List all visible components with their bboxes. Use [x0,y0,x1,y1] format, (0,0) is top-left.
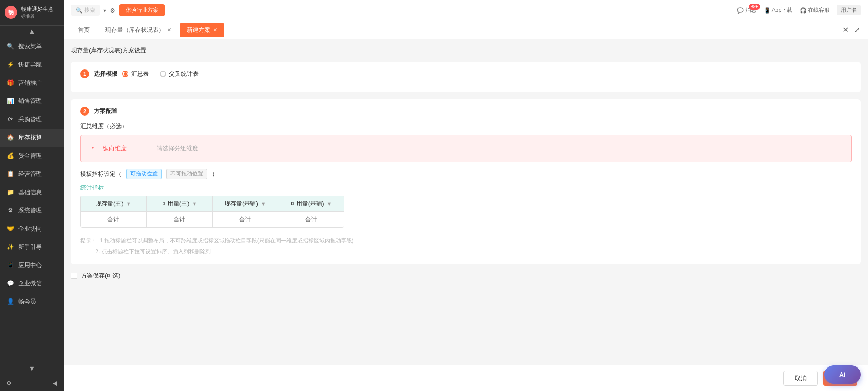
sidebar-item-enterprise[interactable]: 🤝 企业协同 [0,220,64,238]
weixin-icon: 💬 [6,279,15,288]
step2-header: 2 方案配置 [80,107,852,116]
quicknav-icon: ⚡ [6,61,15,69]
sidebar-item-inventory[interactable]: 🏠 库存核算 [0,129,64,147]
dim-section-label: 汇总维度（必选） [80,122,852,130]
template-radio-group: 汇总表 交叉统计表 [122,70,199,78]
tabs-bar: 首页 现存量（库存状况表） ✕ 新建方案 ✕ ✕ ⤢ [64,21,868,39]
gear-btn[interactable]: ⚙ [110,7,116,14]
message-btn[interactable]: 💬 消息 99+ [737,6,756,14]
message-badge: 99+ [749,4,760,10]
app-download-btn[interactable]: 📱 App下载 [764,6,792,14]
sidebar-item-operations[interactable]: 📋 经营管理 [0,165,64,183]
dropdown-btn[interactable]: ▾ [103,7,106,14]
basic-info-icon: 📁 [6,188,15,196]
tip-1: 提示： 1.拖动标题栏可以调整布局，不可跨维度或指标区域拖动栏目字段(只能在同一… [80,235,852,246]
sidebar-item-finance[interactable]: 💰 资金管理 [0,147,64,165]
step2-card: 2 方案配置 汇总维度（必选） * 纵向维度 —— 请选择分组维度 模板指标设定… [71,99,861,264]
sidebar-footer: ⚙ ◀ [0,375,64,391]
user-btn[interactable]: 用户名 [837,5,861,15]
stats-table-row: 合计 合计 合计 合计 [81,211,344,227]
footer-settings-icon[interactable]: ⚙ [6,380,12,386]
stats-cell-1: 合计 [81,212,147,227]
col-1-dropdown[interactable]: ▼ [126,201,131,206]
stats-label: 统计指标 [80,184,852,192]
stats-cell-3: 合计 [213,212,279,227]
enterprise-icon: 🤝 [6,225,15,233]
tab-home[interactable]: 首页 [71,23,97,37]
step1-card: 1 选择模板 汇总表 交叉统计表 [71,62,861,92]
main-area: 🔍 搜索 ▾ ⚙ 体验行业方案 💬 消息 99+ 📱 App下载 🎧 在线客服 … [64,0,868,391]
indicator-drag-badge: 可拖动位置 [126,169,162,179]
trial-btn[interactable]: 体验行业方案 [119,4,165,16]
tab-inventory[interactable]: 现存量（库存状况表） ✕ [98,23,178,37]
inventory-icon: 🏠 [6,134,15,142]
sidebar-item-basic-info[interactable]: 📁 基础信息 [0,183,64,201]
radio-summary-dot [124,72,127,76]
purchase-icon: 🛍 [6,115,15,123]
save-row: 方案保存(可选) [71,272,861,280]
dim-placeholder[interactable]: 请选择分组维度 [157,144,198,153]
stats-cell-4: 合计 [278,212,344,227]
sidebar-item-system[interactable]: ⚙ 系统管理 [0,201,64,220]
tab-inventory-close[interactable]: ✕ [167,27,171,33]
sidebar-scroll-down[interactable]: ▼ [0,363,64,375]
dimension-box: * 纵向维度 —— 请选择分组维度 [80,135,852,162]
radio-summary-table[interactable]: 汇总表 [122,70,149,78]
sidebar-item-weixin[interactable]: 💬 企业微信 [0,274,64,293]
indicator-nodrag-badge: 不可拖动位置 [166,169,207,179]
search-text: 搜索 [84,6,95,14]
radio-cross-circle [160,71,166,77]
sidebar-item-member[interactable]: 👤 畅会员 [0,293,64,311]
bottom-bar: 取消 查询 [64,365,868,391]
sidebar-scroll-up[interactable]: ▲ [0,26,64,37]
col-3-dropdown[interactable]: ▼ [261,201,266,206]
appcenter-icon: 📱 [6,261,15,269]
message-icon: 💬 [737,7,744,14]
cancel-button[interactable]: 取消 [783,371,818,386]
top-bar: 🔍 搜索 ▾ ⚙ 体验行业方案 💬 消息 99+ 📱 App下载 🎧 在线客服 … [64,0,868,21]
col-2-dropdown[interactable]: ▼ [192,201,197,206]
sidebar-nav: 🔍 搜索菜单 ⚡ 快捷导航 🎁 营销推广 📊 销售管理 🛍 采购管理 🏠 库存核… [0,37,64,363]
system-icon: ⚙ [6,206,15,215]
step1-title: 选择模板 [94,70,117,78]
tab-new-plan-close[interactable]: ✕ [213,27,217,33]
stats-cell-2: 合计 [147,212,213,227]
sidebar-item-appcenter[interactable]: 📱 应用中心 [0,256,64,274]
radio-cross-table[interactable]: 交叉统计表 [160,70,199,78]
step1-header: 1 选择模板 汇总表 交叉统计表 [80,69,852,78]
stats-col-1[interactable]: 现存量(主) ▼ [81,196,147,211]
tip-2: 2. 点击标题栏下拉可设置排序、插入列和删除列 [80,246,852,257]
stats-col-2[interactable]: 可用量(主) ▼ [147,196,213,211]
sidebar-item-quicknav[interactable]: ⚡ 快捷导航 [0,56,64,74]
tab-new-plan[interactable]: 新建方案 ✕ [180,23,224,37]
page-title: 现存量(库存状况表)方案设置 [71,46,861,55]
search-bar[interactable]: 🔍 搜索 [71,5,100,16]
ai-fab-button[interactable]: Ai [824,365,861,384]
service-icon: 🎧 [800,7,807,14]
sidebar-item-marketing[interactable]: 🎁 营销推广 [0,74,64,92]
sidebar-item-sales[interactable]: 📊 销售管理 [0,92,64,110]
dim-arrow: —— [136,145,148,152]
sidebar-item-newguide[interactable]: ✨ 新手引导 [0,238,64,256]
search-icon: 🔍 [76,7,82,14]
save-checkbox[interactable] [71,273,77,279]
col-4-dropdown[interactable]: ▼ [327,201,332,206]
sidebar-item-purchase[interactable]: 🛍 采购管理 [0,110,64,129]
step1-num: 1 [80,69,89,78]
indicator-end: ） [212,170,218,178]
finance-icon: 💰 [6,152,15,160]
footer-collapse-icon[interactable]: ◀ [53,380,57,386]
member-icon: 👤 [6,298,15,306]
sidebar-item-search[interactable]: 🔍 搜索菜单 [0,37,64,56]
tab-expand-btn[interactable]: ⤢ [853,25,861,35]
step2-num: 2 [80,107,89,116]
tab-close-btn[interactable]: ✕ [842,25,849,35]
app-download-icon: 📱 [764,7,771,14]
stats-col-3[interactable]: 现存量(基辅) ▼ [213,196,279,211]
stats-col-4[interactable]: 可用量(基辅) ▼ [278,196,344,211]
top-bar-left: 🔍 搜索 ▾ ⚙ 体验行业方案 [71,4,731,16]
app-logo-text: 畅康通好生意 标准版 [21,5,54,20]
step2-title: 方案配置 [94,107,117,115]
online-service-btn[interactable]: 🎧 在线客服 [800,6,830,14]
dim-required-mark: * [92,145,94,152]
